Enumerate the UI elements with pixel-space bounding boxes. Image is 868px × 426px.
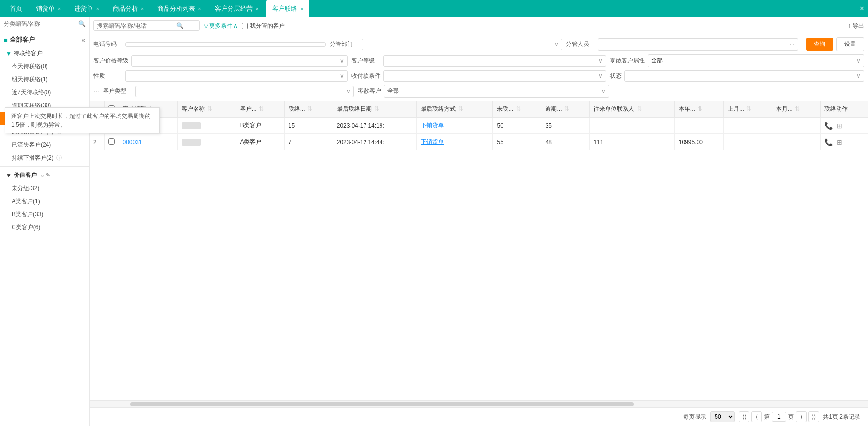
action-grid-icon[interactable]: ⊞ [837, 138, 842, 146]
close-purchase-order[interactable]: × [96, 6, 99, 12]
cell-this-year: 10995.00 [674, 134, 723, 150]
cell-overdue: 48 [541, 134, 590, 150]
th-last-contact-method[interactable]: 最后联络方式 ⇅ [417, 101, 493, 118]
query-button[interactable]: 查询 [806, 38, 833, 51]
tab-customer-contact[interactable]: 客户联络 × [266, 0, 309, 17]
close-customer-tiering[interactable]: × [256, 6, 259, 12]
tab-product-analysis-list[interactable]: 商品分析列表 × [152, 0, 207, 17]
pending-contact-tri-icon: ▼ [6, 50, 12, 57]
phone-input[interactable] [125, 42, 326, 47]
sidebar-item-tomorrow[interactable]: 明天待联络(1) [0, 73, 89, 86]
sidebar-item-a-class[interactable]: A类客户(1) [0, 195, 89, 208]
cell-name[interactable] [177, 118, 236, 134]
th-unit-contact[interactable]: 往来单位联系人 ⇅ [590, 101, 674, 118]
settings-button[interactable]: 设置 [836, 37, 864, 51]
table-header-row: ⚙ 客户编码 ⇅ 客户名称 ⇅ 客户... [90, 101, 868, 118]
prev-page-btn[interactable]: ⟨ [751, 411, 762, 422]
action-grid-icon[interactable]: ⊞ [837, 122, 842, 130]
page-number-input[interactable] [772, 412, 786, 422]
scroll-area [90, 400, 868, 407]
tab-home[interactable]: 首页 [4, 0, 28, 17]
per-page-select[interactable]: 50 100 200 [710, 411, 735, 422]
manager-input[interactable]: ··· [598, 38, 798, 51]
sort-contact-icon: ⇅ [307, 105, 312, 112]
sidebar-item-continuous-decline[interactable]: 持续下滑客户(2) ⓘ [0, 151, 89, 164]
cell-checkbox [104, 134, 119, 150]
filter-toolbar: 🔍 ▽ 更多条件 ∧ 我分管的客户 ↑ 导出 [90, 17, 868, 34]
sidebar-item-today[interactable]: 今天待联络(0) [0, 60, 89, 73]
tab-purchase-order[interactable]: 进货单 × [68, 0, 105, 17]
cell-code[interactable]: 000031 [119, 134, 177, 150]
tab-customer-tiering[interactable]: 客户分层经营 × [209, 0, 264, 17]
my-customers-checkbox-area: 我分管的客户 [242, 22, 285, 30]
cell-not-contact: 55 [493, 134, 541, 150]
retail-attr-select[interactable]: 全部 ∨ [648, 54, 864, 67]
cell-name[interactable] [177, 134, 236, 150]
search-input[interactable] [97, 22, 174, 29]
main-layout: 🔍 ■ 全部客户 « ▼ 待联络客户 今天待联络(0) 明天待联络(1) 近7天… [0, 17, 868, 426]
export-btn[interactable]: ↑ 导出 [848, 22, 864, 30]
close-sales-order[interactable]: × [58, 6, 61, 12]
tab-product-analysis[interactable]: 商品分析 × [107, 0, 150, 17]
row4-dots[interactable]: ··· [93, 88, 99, 95]
th-last-month[interactable]: 上月... ⇅ [723, 101, 772, 118]
next-page-btn[interactable]: ⟩ [796, 411, 807, 422]
last-page-btn[interactable]: ⟩⟩ [808, 411, 819, 422]
th-not-contact[interactable]: 未联... ⇅ [493, 101, 541, 118]
tab-sales-order[interactable]: 销货单 × [30, 0, 66, 17]
th-last-contact-date[interactable]: 最后联络日期 ⇅ [333, 101, 416, 118]
close-product-analysis[interactable]: × [141, 6, 144, 12]
action-phone-icon[interactable]: 📞 [824, 122, 833, 130]
pagination-nav: ⟨⟨ ⟨ 第 页 ⟩ ⟩⟩ [739, 411, 819, 422]
payment-select[interactable]: ∨ [383, 70, 606, 82]
th-this-year[interactable]: 本年... ⇅ [674, 101, 723, 118]
customer-type-select[interactable]: ∨ [135, 86, 354, 97]
sidebar-search-input[interactable] [4, 20, 76, 27]
action-phone-icon[interactable]: 📞 [824, 138, 833, 146]
close-customer-contact[interactable]: × [300, 6, 303, 12]
sidebar-item-already-lost[interactable]: 已流失客户(24) [0, 138, 89, 151]
status-select[interactable]: ∨ [624, 70, 864, 82]
content-area: 🔍 ▽ 更多条件 ∧ 我分管的客户 ↑ 导出 电话号码 [90, 17, 868, 426]
sidebar-item-b-class[interactable]: B类客户(33) [0, 208, 89, 221]
sidebar-all-customers[interactable]: ■ 全部客户 « [0, 32, 89, 47]
customer-level-select[interactable]: ∨ [383, 55, 606, 67]
filter-cell-customer-level: 客户等级 ∨ [351, 55, 606, 67]
th-contact[interactable]: 联络... ⇅ [284, 101, 333, 118]
cell-contact: 7 [284, 134, 333, 150]
cell-last-method[interactable]: 下销货单 [417, 134, 493, 150]
close-all-tabs[interactable]: × [860, 4, 864, 13]
dept-select[interactable]: ∨ [362, 39, 562, 50]
value-customers-edit-icon[interactable]: ○ [41, 173, 44, 178]
sort-method-icon: ⇅ [458, 105, 463, 112]
sidebar-collapse-icon[interactable]: « [82, 36, 85, 44]
filter-cell-phone: 电话号码 [93, 40, 326, 48]
sort-type-icon: ⇅ [259, 105, 264, 112]
th-this-month[interactable]: 本月... ⇅ [772, 101, 820, 118]
cell-last-method[interactable]: 下销货单 [417, 118, 493, 134]
filter-row-2: 客户价格等级 ∨ 客户等级 ∨ 零散客户属性 全部 ∨ [93, 54, 864, 67]
more-conditions-btn[interactable]: ▽ 更多条件 ∧ [204, 22, 238, 30]
gender-select[interactable]: ∨ [125, 70, 348, 82]
sidebar-value-customers-section[interactable]: ▼ 价值客户 ○ ✎ [0, 169, 89, 182]
price-level-select[interactable]: ∨ [131, 55, 348, 67]
retail-customer-select[interactable]: 全部 ∨ [384, 85, 609, 98]
first-page-btn[interactable]: ⟨⟨ [739, 411, 749, 422]
search-icon[interactable]: 🔍 [176, 22, 183, 29]
sidebar-search-icon[interactable]: 🔍 [78, 20, 86, 27]
my-customers-checkbox[interactable] [242, 23, 248, 29]
sidebar-item-7days[interactable]: 近7天待联络(0) [0, 86, 89, 99]
sidebar-item-c-class[interactable]: C类客户(6) [0, 221, 89, 234]
horizontal-scrollbar[interactable] [130, 402, 634, 406]
sidebar-item-ungrouped[interactable]: 未分组(32) [0, 182, 89, 195]
th-overdue[interactable]: 逾期... ⇅ [541, 101, 590, 118]
close-product-analysis-list[interactable]: × [198, 6, 201, 12]
search-input-wrap: 🔍 [93, 20, 200, 31]
cell-action: 📞 ⊞ [820, 118, 868, 134]
th-customer-type[interactable]: 客户... ⇅ [236, 101, 284, 118]
row-checkbox[interactable] [108, 138, 115, 145]
th-customer-name[interactable]: 客户名称 ⇅ [177, 101, 236, 118]
value-customers-settings-icon[interactable]: ✎ [46, 172, 50, 178]
sidebar-pending-contact-section[interactable]: ▼ 待联络客户 [0, 47, 89, 60]
cell-this-year [674, 118, 723, 134]
